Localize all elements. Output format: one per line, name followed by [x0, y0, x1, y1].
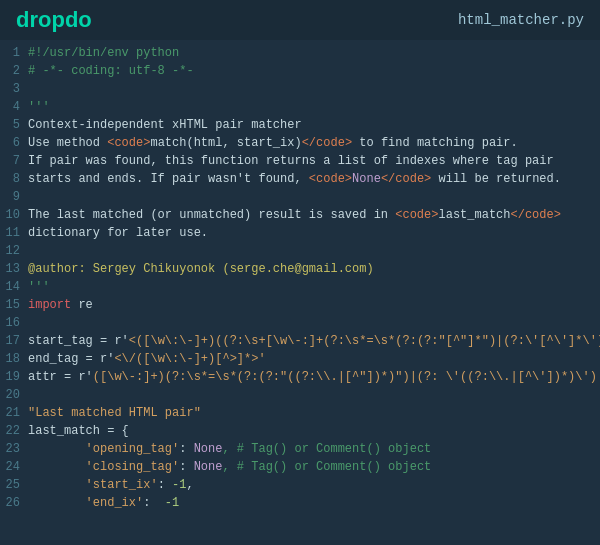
line-content: # -*- coding: utf-8 -*-: [28, 62, 194, 80]
line-content: Context-independent xHTML pair matcher: [28, 116, 302, 134]
app-logo: dropdo: [16, 7, 92, 33]
code-line: 8starts and ends. If pair wasn't found, …: [0, 170, 600, 188]
line-number: 2: [0, 62, 28, 80]
line-content: start_tag = r'<([\w\:\-]+)((?:\s+[\w\-:]…: [28, 332, 600, 350]
code-line: 18end_tag = r'<\/([\w\:\-]+)[^>]*>': [0, 350, 600, 368]
code-line: 3: [0, 80, 600, 98]
code-line: 24 'closing_tag': None, # Tag() or Comme…: [0, 458, 600, 476]
line-content: Use method <code>match(html, start_ix)</…: [28, 134, 518, 152]
code-line: 4''': [0, 98, 600, 116]
line-number: 15: [0, 296, 28, 314]
code-line: 13@author: Sergey Chikuyonok (serge.che@…: [0, 260, 600, 278]
line-content: 'end_ix': -1: [28, 494, 179, 512]
line-content: "Last matched HTML pair": [28, 404, 201, 422]
line-number: 4: [0, 98, 28, 116]
line-number: 10: [0, 206, 28, 224]
line-content: dictionary for later use.: [28, 224, 208, 242]
code-line: 25 'start_ix': -1,: [0, 476, 600, 494]
filename: html_matcher.py: [458, 12, 584, 28]
line-number: 22: [0, 422, 28, 440]
line-content: 'closing_tag': None, # Tag() or Comment(…: [28, 458, 431, 476]
code-line: 1#!/usr/bin/env python: [0, 44, 600, 62]
code-line: 16: [0, 314, 600, 332]
code-line: 22last_match = {: [0, 422, 600, 440]
line-number: 13: [0, 260, 28, 278]
code-line: 14''': [0, 278, 600, 296]
line-number: 24: [0, 458, 28, 476]
line-number: 7: [0, 152, 28, 170]
code-line: 12: [0, 242, 600, 260]
code-editor: 1#!/usr/bin/env python2# -*- coding: utf…: [0, 40, 600, 545]
line-content: end_tag = r'<\/([\w\:\-]+)[^>]*>': [28, 350, 266, 368]
header: dropdo html_matcher.py: [0, 0, 600, 40]
code-line: 19attr = r'([\w\-:]+)(?:\s*=\s*(?:(?:"((…: [0, 368, 600, 386]
line-content: attr = r'([\w\-:]+)(?:\s*=\s*(?:(?:"((?:…: [28, 368, 600, 386]
code-line: 17start_tag = r'<([\w\:\-]+)((?:\s+[\w\-…: [0, 332, 600, 350]
code-line: 10The last matched (or unmatched) result…: [0, 206, 600, 224]
line-content: ''': [28, 278, 50, 296]
line-number: 17: [0, 332, 28, 350]
code-line: 6Use method <code>match(html, start_ix)<…: [0, 134, 600, 152]
line-content: import re: [28, 296, 93, 314]
line-number: 19: [0, 368, 28, 386]
code-line: 26 'end_ix': -1: [0, 494, 600, 512]
line-number: 20: [0, 386, 28, 404]
code-line: 5Context-independent xHTML pair matcher: [0, 116, 600, 134]
line-number: 18: [0, 350, 28, 368]
line-content: 'opening_tag': None, # Tag() or Comment(…: [28, 440, 431, 458]
code-line: 7If pair was found, this function return…: [0, 152, 600, 170]
line-number: 21: [0, 404, 28, 422]
line-number: 9: [0, 188, 28, 206]
code-line: 23 'opening_tag': None, # Tag() or Comme…: [0, 440, 600, 458]
line-number: 16: [0, 314, 28, 332]
line-number: 14: [0, 278, 28, 296]
line-content: ''': [28, 98, 50, 116]
line-number: 11: [0, 224, 28, 242]
line-number: 6: [0, 134, 28, 152]
line-number: 12: [0, 242, 28, 260]
line-content: last_match = {: [28, 422, 129, 440]
line-content: 'start_ix': -1,: [28, 476, 194, 494]
line-number: 26: [0, 494, 28, 512]
code-line: 15import re: [0, 296, 600, 314]
code-line: 11dictionary for later use.: [0, 224, 600, 242]
line-number: 5: [0, 116, 28, 134]
line-number: 23: [0, 440, 28, 458]
line-number: 3: [0, 80, 28, 98]
code-line: 21"Last matched HTML pair": [0, 404, 600, 422]
line-number: 1: [0, 44, 28, 62]
line-content: #!/usr/bin/env python: [28, 44, 179, 62]
code-line: 20: [0, 386, 600, 404]
line-content: The last matched (or unmatched) result i…: [28, 206, 561, 224]
code-line: 2# -*- coding: utf-8 -*-: [0, 62, 600, 80]
line-number: 25: [0, 476, 28, 494]
code-line: 9: [0, 188, 600, 206]
line-content: If pair was found, this function returns…: [28, 152, 554, 170]
line-content: @author: Sergey Chikuyonok (serge.che@gm…: [28, 260, 374, 278]
line-number: 8: [0, 170, 28, 188]
line-content: starts and ends. If pair wasn't found, <…: [28, 170, 561, 188]
